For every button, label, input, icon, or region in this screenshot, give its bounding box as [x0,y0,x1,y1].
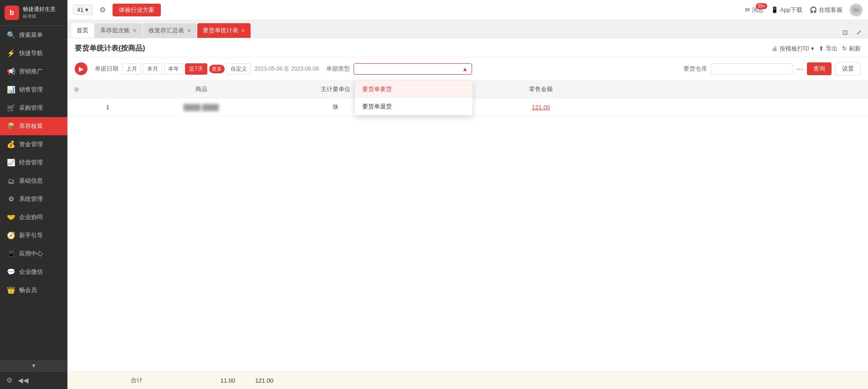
sidebar-icon-enterprise: 🤝 [6,213,15,222]
sidebar-item-quick-nav[interactable]: ⚡快捷导航 [0,44,67,62]
tab-order-stats-close[interactable]: ✕ [241,28,245,34]
page-header: 要货单统计表(按商品) 🖨 按模板打印 ▾ ⬆ 导出 ↻ 刷新 [67,38,868,57]
tab-receive-summary[interactable]: 收发存汇总表 ✕ [143,23,196,38]
sidebar-icon-base: 🗂 [6,176,15,185]
sidebar-item-guide[interactable]: 🧭新手引导 [0,226,67,245]
sidebar-item-sales[interactable]: 📊销售管理 [0,81,67,99]
sidebar-item-enterprise[interactable]: 🤝企业协同 [0,208,67,226]
warehouse-filter-group: 要货仓库 ··· 查询 设置 [683,62,861,76]
sidebar-label-member: 畅会员 [19,286,37,294]
tab-restore-btn[interactable]: ⊡ [840,27,851,38]
sidebar-icon-wechat: 💬 [6,267,15,276]
row-settings[interactable] [67,98,86,116]
refresh-btn[interactable]: ↻ 刷新 [842,45,861,53]
sidebar-item-wechat[interactable]: 💬企业微信 [0,263,67,281]
sidebar-settings-icon[interactable]: ⚙ [6,376,12,384]
date-btn-7days[interactable]: 近7天 [185,63,207,75]
messages-btn[interactable]: ✉ 消息 99+ [745,6,764,14]
query-btn[interactable]: 查询 [807,62,832,75]
app-download-btn[interactable]: 📱 App下载 [771,6,802,14]
tab-inventory-batch-label: 库存批次账 [100,26,130,35]
online-service-label: 在线客服 [819,6,842,14]
refresh-label: 刷新 [849,45,861,53]
col-header-amount: 零售金额 [488,81,595,98]
online-service-btn[interactable]: 🎧 在线客服 [810,6,842,14]
sidebar-item-operation[interactable]: 📈经营管理 [0,154,67,172]
sidebar-item-marketing[interactable]: 📢营销推广 [0,62,67,81]
footer-total-label: 合计 [109,376,164,384]
headset-icon: 🎧 [810,6,817,13]
logo-sub: 标准版 [23,13,56,20]
sidebar-item-search[interactable]: 🔍搜索菜单 [0,26,67,44]
date-btn-this-month[interactable]: 本月 [143,63,162,75]
tab-inventory-batch-close[interactable]: ✕ [133,28,137,34]
tab-receive-summary-label: 收发存汇总表 [149,26,184,35]
dropdown-item-order-return[interactable]: 要货单退货 [355,98,473,115]
trial-btn[interactable]: 体验行业方案 [113,4,161,16]
dropdown-item-order-goods[interactable]: 要货单要货 [355,81,473,98]
main-content: 41 ▾ ⚙ 体验行业方案 ✉ 消息 99+ 📱 App下载 🎧 在线客服 Ri… [67,0,868,389]
tab-maximize-btn[interactable]: ⤢ [853,27,864,38]
tab-order-stats[interactable]: 要货单统计表 ✕ [197,23,251,38]
filter-expand-btn[interactable]: ▶ [75,62,87,75]
sidebar-icon-system: ⚙ [6,194,15,204]
footer-qty: 11.00 [210,377,246,384]
tab-home-label: 首页 [77,26,88,35]
user-name: Rit [853,7,859,13]
sidebar-collapse-icon[interactable]: ◀◀ [18,376,29,384]
sidebar-icon-app-center: 📱 [6,249,15,258]
date-filter-buttons: 上月 本月 本年 近7天 更多 自定义 [122,63,251,75]
topbar-left: 41 ▾ ⚙ 体验行业方案 [73,4,740,16]
sidebar-item-system[interactable]: ⚙系统管理 [0,190,67,208]
date-btn-last-month[interactable]: 上月 [122,63,141,75]
store-selector[interactable]: 41 ▾ [73,5,92,15]
sidebar-item-inventory[interactable]: 📦库存核算 [0,117,67,135]
warehouse-filter-input[interactable] [711,63,793,75]
sidebar-item-app-center[interactable]: 📱应用中心 [0,245,67,263]
export-btn[interactable]: ⬆ 导出 [819,45,837,53]
tab-receive-summary-close[interactable]: ✕ [187,28,191,34]
type-filter-input[interactable]: ▲ [354,63,472,75]
type-dropdown: 要货单要货 要货单退货 [354,80,473,116]
date-btn-this-year[interactable]: 本年 [164,63,183,75]
sidebar-item-member[interactable]: 👑畅会员 [0,281,67,299]
date-btn-custom[interactable]: 自定义 [226,63,251,75]
date-btn-more[interactable]: 更多 [209,65,225,73]
sidebar-label-enterprise: 企业协同 [19,213,43,221]
sidebar-icon-purchase: 🛒 [6,103,15,113]
date-filter-label: 单据日期 [95,65,118,73]
sidebar-label-sales: 销售管理 [19,86,43,94]
sidebar-item-base[interactable]: 🗂基础信息 [0,172,67,190]
sidebar-nav: 🔍搜索菜单⚡快捷导航📢营销推广📊销售管理🛒采购管理📦库存核算💰资金管理📈经营管理… [0,26,67,360]
sidebar-label-purchase: 采购管理 [19,104,43,112]
sidebar-label-finance: 资金管理 [19,140,43,148]
topbar-settings-btn[interactable]: ⚙ [96,4,109,16]
page-title: 要货单统计表(按商品) [75,44,145,53]
sidebar-label-app-center: 应用中心 [19,250,43,258]
sidebar-item-finance[interactable]: 💰资金管理 [0,135,67,154]
filter-settings-btn[interactable]: 设置 [835,62,861,76]
sidebar-icon-marketing: 📢 [6,67,15,76]
sidebar-item-purchase[interactable]: 🛒采购管理 [0,99,67,117]
sidebar-scroll-down[interactable]: ▼ [0,360,67,371]
sidebar-icon-finance: 💰 [6,140,15,149]
tab-home[interactable]: 首页 [71,23,94,38]
filter-more-btn[interactable]: ··· [796,64,803,74]
user-avatar[interactable]: Rit [850,4,863,16]
warehouse-filter-label: 要货仓库 [683,65,707,73]
sidebar-icon-search: 🔍 [6,31,15,40]
app-download-icon: 📱 [771,6,778,13]
sidebar-icon-inventory: 📦 [6,122,15,131]
logo-name: 畅捷通好生意 [23,6,56,13]
type-filter-label: 单据类型 [326,65,350,73]
col-header-goods: 商品 [130,81,273,98]
tab-inventory-batch[interactable]: 库存批次账 ✕ [95,23,142,38]
table-container: ⚙ 商品 主计量单位 主数量 零售金额 1 ████ ████ 块 11.00 … [67,81,868,371]
app-download-label: App下载 [780,6,802,14]
sidebar-label-guide: 新手引导 [19,231,43,240]
col-header-index [86,81,130,98]
sidebar-label-operation: 经营管理 [19,159,43,167]
print-btn[interactable]: 🖨 按模板打印 ▾ [772,45,814,53]
type-filter-clear-icon[interactable]: ▲ [462,66,468,72]
col-header-settings[interactable]: ⚙ [67,81,86,98]
